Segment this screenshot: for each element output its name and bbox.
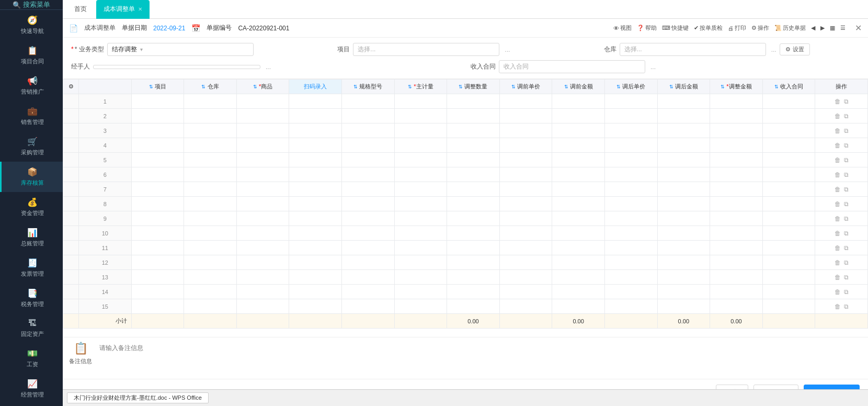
sidebar-item-basic-info[interactable]: 🗂 基础信息 bbox=[0, 404, 63, 406]
delete-row-icon[interactable]: 🗑 bbox=[835, 230, 841, 237]
copy-row-icon[interactable]: ⧉ bbox=[844, 142, 849, 149]
copy-row-icon[interactable]: ⧉ bbox=[844, 288, 849, 296]
notes-input[interactable] bbox=[97, 342, 862, 368]
warehouse-dots[interactable]: ... bbox=[771, 46, 776, 53]
delete-row-icon[interactable]: 🗑 bbox=[835, 274, 841, 281]
delete-row-icon[interactable]: 🗑 bbox=[835, 215, 841, 222]
nav-prev-button[interactable]: ◀ bbox=[811, 25, 815, 31]
copy-row-icon[interactable]: ⧉ bbox=[844, 156, 849, 164]
tab-cost-adjust[interactable]: 成本调整单 ✕ bbox=[96, 0, 150, 19]
header-price1[interactable]: ⇅ 调前单价 bbox=[499, 80, 552, 94]
business-type-select[interactable]: 结存调整 ▾ bbox=[107, 43, 254, 56]
sidebar-item-quick-nav[interactable]: 🧭 快速导航 bbox=[0, 10, 63, 40]
sidebar-item-marketing[interactable]: 📢 营销推广 bbox=[0, 71, 63, 101]
delete-row-icon[interactable]: 🗑 bbox=[835, 171, 841, 178]
copy-row-icon[interactable]: ⧉ bbox=[844, 186, 849, 193]
shortcut-action[interactable]: ⌨ 快捷键 bbox=[662, 24, 689, 32]
table-row[interactable]: 11🗑⧉ bbox=[63, 241, 868, 255]
header-scan[interactable]: 扫码录入 bbox=[289, 80, 342, 94]
delete-row-icon[interactable]: 🗑 bbox=[835, 98, 841, 105]
table-row[interactable]: 6🗑⧉ bbox=[63, 167, 868, 182]
income-contract-dots[interactable]: ... bbox=[650, 63, 656, 71]
header-amt1[interactable]: ⇅ 调前金额 bbox=[552, 80, 605, 94]
copy-row-icon[interactable]: ⧉ bbox=[844, 215, 849, 222]
copy-row-icon[interactable]: ⧉ bbox=[844, 244, 849, 252]
header-gear[interactable]: ⚙ bbox=[63, 80, 79, 94]
copy-row-icon[interactable]: ⧉ bbox=[844, 112, 849, 120]
copy-row-icon[interactable]: ⧉ bbox=[844, 98, 849, 105]
copy-row-icon[interactable]: ⧉ bbox=[844, 171, 849, 178]
delete-row-icon[interactable]: 🗑 bbox=[835, 142, 841, 149]
operation-action[interactable]: ⚙ 操作 bbox=[751, 24, 769, 32]
help-action[interactable]: ❓ 帮助 bbox=[637, 24, 657, 32]
income-contract-input[interactable]: 收入合同 bbox=[499, 60, 645, 73]
project-select[interactable]: 选择... bbox=[353, 43, 499, 56]
header-income[interactable]: ⇅ 收入合同 bbox=[762, 80, 815, 94]
copy-row-icon[interactable]: ⧉ bbox=[844, 303, 849, 310]
sidebar-item-purchase[interactable]: 🛒 采购管理 bbox=[0, 131, 63, 162]
copy-row-icon[interactable]: ⧉ bbox=[844, 230, 849, 237]
delete-row-icon[interactable]: 🗑 bbox=[835, 112, 841, 120]
nav-next-button[interactable]: ▶ bbox=[820, 25, 825, 31]
copy-row-icon[interactable]: ⧉ bbox=[844, 127, 849, 134]
tab-close-icon[interactable]: ✕ bbox=[138, 6, 142, 12]
delete-row-icon[interactable]: 🗑 bbox=[835, 303, 841, 310]
header-product[interactable]: ⇅ *商品 bbox=[236, 80, 289, 94]
delete-row-icon[interactable]: 🗑 bbox=[835, 288, 841, 296]
view-list-button[interactable]: ☰ bbox=[840, 25, 846, 31]
agent-select[interactable] bbox=[93, 65, 260, 69]
header-spec[interactable]: ⇅ 规格型号 bbox=[341, 80, 394, 94]
history-action[interactable]: 📜 历史单据 bbox=[774, 24, 806, 32]
table-row[interactable]: 1🗑⧉ bbox=[63, 94, 868, 109]
agent-dots[interactable]: ... bbox=[266, 63, 271, 71]
tab-home[interactable]: 首页 bbox=[67, 0, 94, 19]
view-action[interactable]: 👁 视图 bbox=[613, 24, 632, 32]
sidebar-item-salary[interactable]: 💵 工资 bbox=[0, 343, 63, 374]
warehouse-select[interactable]: 选择... bbox=[620, 43, 766, 56]
view-grid-button[interactable]: ▦ bbox=[830, 25, 835, 31]
table-row[interactable]: 15🗑⧉ bbox=[63, 299, 868, 314]
header-project[interactable]: ⇅ 项目 bbox=[131, 80, 184, 94]
delete-row-icon[interactable]: 🗑 bbox=[835, 259, 841, 266]
table-row[interactable]: 3🗑⧉ bbox=[63, 123, 868, 138]
table-row[interactable]: 5🗑⧉ bbox=[63, 153, 868, 167]
sidebar-item-inventory[interactable]: 📦 库存核算 bbox=[0, 162, 63, 192]
copy-row-icon[interactable]: ⧉ bbox=[844, 200, 849, 208]
sidebar-item-project-contract[interactable]: 📋 项目合同 bbox=[0, 40, 63, 71]
table-row[interactable]: 9🗑⧉ bbox=[63, 211, 868, 226]
header-warehouse[interactable]: ⇅ 仓库 bbox=[184, 80, 237, 94]
sidebar-item-invoice[interactable]: 🧾 发票管理 bbox=[0, 253, 63, 283]
table-row[interactable]: 14🗑⧉ bbox=[63, 285, 868, 299]
table-row[interactable]: 4🗑⧉ bbox=[63, 138, 868, 153]
table-row[interactable]: 8🗑⧉ bbox=[63, 197, 868, 211]
delete-row-icon[interactable]: 🗑 bbox=[835, 244, 841, 252]
sidebar-item-fixed-assets[interactable]: 🏗 固定资产 bbox=[0, 313, 63, 343]
review-action[interactable]: ✔ 按单质检 bbox=[694, 24, 723, 32]
print-action[interactable]: 🖨 打印 bbox=[728, 24, 746, 32]
header-adj[interactable]: ⇅ *调整金额 bbox=[710, 80, 763, 94]
header-amt2[interactable]: ⇅ 调后金额 bbox=[657, 80, 710, 94]
header-qty[interactable]: ⇅ 调整数量 bbox=[447, 80, 500, 94]
sidebar-item-finance[interactable]: 💰 资金管理 bbox=[0, 192, 63, 222]
sidebar-item-ops[interactable]: 📈 经营管理 bbox=[0, 374, 63, 404]
table-row[interactable]: 12🗑⧉ bbox=[63, 255, 868, 270]
table-row[interactable]: 10🗑⧉ bbox=[63, 226, 868, 241]
header-price2[interactable]: ⇅ 调后单价 bbox=[604, 80, 657, 94]
grid-container[interactable]: ⚙ ⇅ 项目 ⇅ 仓库 ⇅ *商品 扫码录入 ⇅ 规格型号 ⇅ *主计量 ⇅ 调… bbox=[63, 79, 868, 337]
table-row[interactable]: 2🗑⧉ bbox=[63, 109, 868, 123]
delete-row-icon[interactable]: 🗑 bbox=[835, 156, 841, 164]
sidebar-item-ledger[interactable]: 📊 总账管理 bbox=[0, 222, 63, 253]
copy-row-icon[interactable]: ⧉ bbox=[844, 259, 849, 266]
delete-row-icon[interactable]: 🗑 bbox=[835, 127, 841, 134]
header-unit[interactable]: ⇅ *主计量 bbox=[394, 80, 447, 94]
close-button[interactable]: ✕ bbox=[855, 23, 862, 33]
delete-row-icon[interactable]: 🗑 bbox=[835, 200, 841, 208]
taskbar-wps-item[interactable]: 木门行业好业财处理方案-墨红红.doc - WPS Office bbox=[67, 392, 209, 403]
settings-button[interactable]: ⚙ 设置 bbox=[780, 43, 810, 55]
sidebar-logo[interactable]: 🔍 搜索菜单 bbox=[0, 0, 63, 10]
sidebar-item-tax[interactable]: 📑 税务管理 bbox=[0, 283, 63, 313]
delete-row-icon[interactable]: 🗑 bbox=[835, 186, 841, 193]
table-row[interactable]: 13🗑⧉ bbox=[63, 270, 868, 285]
copy-row-icon[interactable]: ⧉ bbox=[844, 274, 849, 281]
project-dots[interactable]: ... bbox=[505, 46, 510, 53]
